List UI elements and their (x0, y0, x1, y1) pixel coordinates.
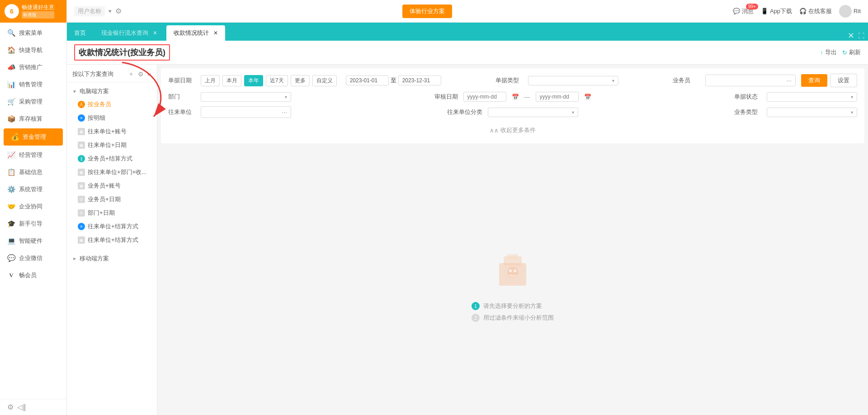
basic-icon: 📋 (7, 168, 15, 176)
counterparty-account-icon: ▦ (78, 128, 85, 135)
calendar-icon-to[interactable]: 📅 (584, 94, 591, 100)
setting-button[interactable]: 设置 (830, 74, 857, 87)
tree-item-counterparty-settle1[interactable]: ≡ 往来单位+结算方式 (67, 220, 157, 233)
audit-divider: — (524, 94, 530, 100)
tab-collection-close-icon[interactable]: ✕ (213, 30, 218, 36)
sidebar-item-member[interactable]: V 畅会员 (0, 267, 66, 284)
sidebar-item-guide[interactable]: 🎓 新手引导 (0, 215, 66, 232)
date-from-input[interactable] (346, 75, 389, 85)
app-download-button[interactable]: 📱 App下载 (761, 7, 792, 15)
desktop-section-title[interactable]: ▼ 电脑端方案 (67, 85, 157, 98)
audit-from-input[interactable] (463, 92, 506, 102)
mobile-section-arrow: ▼ (72, 256, 77, 261)
date-range: 至 (346, 75, 441, 85)
panel-add-icon[interactable]: ＋ (128, 70, 134, 78)
tree-item-dept-date[interactable]: ⊙ 部门+日期 (67, 206, 157, 220)
date-btn-this-year[interactable]: 本年 (244, 75, 263, 86)
sidebar-item-purchase[interactable]: 🛒 采购管理 (0, 93, 66, 110)
tab-window-close-icon[interactable]: ✕ (848, 31, 854, 41)
counterparty-settle1-icon: ≡ (78, 223, 85, 230)
export-button[interactable]: ↑ 导出 (821, 48, 837, 57)
workspace-dropdown-icon[interactable]: ▾ (108, 8, 112, 14)
tree-item-counterparty-account[interactable]: ▦ 往来单位+账号 (67, 125, 157, 138)
panel-collapse-icon[interactable]: « (147, 70, 151, 78)
mobile-section-title[interactable]: ▼ 移动端方案 (67, 252, 157, 265)
home-icon: 🏠 (7, 46, 15, 54)
sidebar-item-search[interactable]: 🔍 搜索菜单 (0, 24, 66, 42)
message-button[interactable]: 💬 消息 99+ (733, 7, 754, 15)
sidebar-item-marketing[interactable]: 📣 营销推广 (0, 59, 66, 76)
calendar-icon-from[interactable]: 📅 (512, 94, 519, 100)
collapse-more-bar[interactable]: ∧∧ 收起更多条件 (168, 123, 857, 138)
date-btn-custom[interactable]: 自定义 (312, 75, 337, 86)
date-btn-7days[interactable]: 近7天 (266, 75, 288, 86)
counterparty-more-icon[interactable]: ··· (282, 108, 287, 116)
date-to-input[interactable] (398, 75, 441, 85)
tree-item-counterparty-settle2[interactable]: ▦ 往来单位+结算方式 (67, 233, 157, 247)
tree-item-by-salesman[interactable]: 人 按业务员 (67, 98, 157, 111)
sidebar-item-quicknav[interactable]: 🏠 快捷导航 (0, 42, 66, 59)
sidebar-item-operations[interactable]: 📈 经营管理 (0, 146, 66, 164)
tree-item-salesman-date[interactable]: ⊙ 业务员+日期 (67, 193, 157, 206)
doc-type-select[interactable]: ▾ (528, 76, 618, 85)
logo-text: 畅捷通好生意 (22, 4, 54, 11)
date-btn-more[interactable]: 更多 (291, 75, 310, 86)
tab-bank[interactable]: 现金银行流水查询 ✕ (94, 25, 165, 41)
tree-item-salesman-settlement[interactable]: ∥ 业务员+结算方式 (67, 152, 157, 165)
dept-select[interactable]: ▾ (201, 92, 291, 102)
date-btn-last-month[interactable]: 上月 (201, 75, 220, 86)
tree-item-counterparty-date[interactable]: ▦ 往来单位+日期 (67, 138, 157, 152)
sidebar-item-wechat[interactable]: 💬 企业微信 (0, 250, 66, 267)
query-button[interactable]: 查询 (801, 74, 827, 87)
inventory-icon: 📦 (7, 115, 15, 123)
user-area[interactable]: Rit (839, 5, 861, 18)
settings-icon[interactable]: ⚙ (115, 7, 122, 15)
sidebar-item-corp[interactable]: 🤝 企业协同 (0, 198, 66, 215)
workspace-title: 用户名称 (74, 6, 105, 16)
panel-title: 按以下方案查询 (72, 70, 113, 78)
refresh-button[interactable]: ↻ 刷新 (842, 48, 861, 57)
logo-badge: 标准版 (22, 11, 54, 19)
body-area: 按以下方案查询 ＋ ⚙ « ▼ 电脑端方案 人 按业务员 (67, 65, 868, 415)
salesman-more-icon[interactable]: ··· (786, 77, 792, 84)
collapse-sidebar-icon[interactable]: ◁∥ (17, 403, 26, 411)
tab-collection[interactable]: 收款情况统计 ✕ (166, 25, 225, 41)
salesman-select[interactable]: ··· (705, 75, 796, 86)
tree-item-by-detail[interactable]: ≡ 按明细 (67, 111, 157, 125)
counterparty-select[interactable]: ··· (201, 106, 291, 118)
left-panel: 按以下方案查询 ＋ ⚙ « ▼ 电脑端方案 人 按业务员 (67, 65, 157, 415)
online-service-button[interactable]: 🎧 在线客服 (799, 7, 832, 15)
settings-bottom-icon[interactable]: ⚙ (7, 403, 14, 411)
salesman-settlement-icon: ∥ (78, 155, 85, 162)
sidebar-item-inventory[interactable]: 📦 库存核算 (0, 110, 66, 127)
salesman-label: 业务员 (673, 76, 700, 85)
refresh-icon: ↻ (842, 49, 847, 56)
sidebar-item-hardware[interactable]: 💻 智能硬件 (0, 232, 66, 250)
demo-button[interactable]: 体验行业方案 (402, 5, 452, 18)
sidebar-item-sales[interactable]: 📊 销售管理 (0, 76, 66, 93)
guide-icon: 🎓 (7, 220, 15, 228)
tree-item-salesman-account[interactable]: ▦ 业务员+账号 (67, 179, 157, 193)
date-label: 单据日期 (168, 76, 195, 85)
doc-status-select[interactable]: ▾ (767, 92, 857, 102)
tab-home[interactable]: 首页 (67, 25, 93, 41)
sidebar-item-system[interactable]: ⚙️ 系统管理 (0, 181, 66, 198)
page-title: 收款情况统计(按业务员) (74, 44, 170, 61)
tree-item-counterparty-dept[interactable]: ▦ 按往来单位+部门+收... (67, 165, 157, 179)
user-name: Rit (854, 8, 861, 14)
mobile-section: ▼ 移动端方案 (67, 250, 157, 268)
panel-settings-icon[interactable]: ⚙ (138, 71, 144, 78)
svg-point-3 (509, 269, 512, 272)
filter-row-2: 部门 ▾ 审核日期 📅 — 📅 单据状态 (168, 92, 857, 102)
page-header: 收款情况统计(按业务员) ↑ 导出 ↻ 刷新 (67, 41, 868, 65)
counterparty-dept-icon: ▦ (78, 169, 85, 176)
tab-bank-close-icon[interactable]: ✕ (153, 30, 157, 36)
salesman-date-icon: ⊙ (78, 196, 85, 203)
sidebar-item-basic[interactable]: 📋 基础信息 (0, 164, 66, 181)
audit-to-input[interactable] (536, 92, 579, 102)
date-btn-this-month[interactable]: 本月 (222, 75, 241, 86)
sidebar-item-finance[interactable]: 💰 资金管理 (4, 128, 63, 146)
tab-window-maximize-icon[interactable]: ⛶ (858, 32, 864, 39)
biz-type-select[interactable]: ▾ (767, 108, 857, 117)
counterparty-type-select[interactable]: ▾ (488, 108, 578, 117)
